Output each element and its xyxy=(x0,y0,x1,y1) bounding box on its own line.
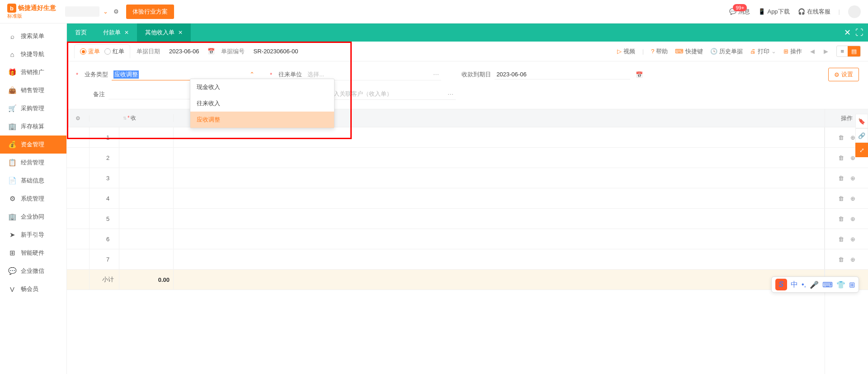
sidebar-item[interactable]: ⌕搜索菜单 xyxy=(0,27,66,45)
shortcut-button[interactable]: ⌨快捷键 xyxy=(675,47,703,56)
edge-expand-icon[interactable]: ⤢ xyxy=(855,143,868,157)
ime-lang[interactable]: 中 xyxy=(791,280,798,290)
add-icon[interactable]: ⊕ xyxy=(850,256,855,263)
table-row[interactable]: 4 xyxy=(67,188,825,209)
delete-icon[interactable]: 🗑 xyxy=(838,175,844,182)
org-caret-icon[interactable]: ⌄ xyxy=(103,8,108,15)
tab-label: 付款单 xyxy=(103,28,121,37)
app-download-button[interactable]: 📱 App下载 xyxy=(758,8,789,16)
cta-button[interactable]: 体验行业方案 xyxy=(126,5,174,19)
ime-logo-icon[interactable]: S xyxy=(775,279,787,290)
sidebar-item[interactable]: 📋经营管理 xyxy=(0,154,66,172)
sidebar-item[interactable]: ➤新手引导 xyxy=(0,226,66,244)
table-row[interactable]: 7 xyxy=(67,249,825,270)
view-list-icon[interactable]: ≡ xyxy=(837,46,848,56)
tab[interactable]: 首页 xyxy=(67,23,95,42)
tab-close-icon[interactable]: ✕ xyxy=(178,29,183,36)
edge-tag-icon[interactable]: 🔖 xyxy=(855,114,868,128)
more-icon[interactable]: ⋯ xyxy=(448,91,454,98)
doc-date-value[interactable]: 2023-06-06 xyxy=(169,48,199,55)
sidebar-item[interactable]: 👜销售管理 xyxy=(0,81,66,99)
edge-link-icon[interactable]: 🔗 xyxy=(855,128,868,143)
sidebar-item[interactable]: 💰资金管理 xyxy=(0,136,66,154)
tab[interactable]: 付款单✕ xyxy=(95,23,137,42)
add-icon[interactable]: ⊕ xyxy=(850,215,855,222)
ime-keyboard-icon[interactable]: ⌨ xyxy=(822,280,833,289)
add-icon[interactable]: ⊕ xyxy=(850,195,855,202)
tab-close-icon[interactable]: ✕ xyxy=(124,29,129,36)
sidebar-item[interactable]: 🛒采购管理 xyxy=(0,99,66,117)
sidebar-item[interactable]: 🏢库存核算 xyxy=(0,117,66,136)
table-row[interactable]: 3 xyxy=(67,168,825,188)
delete-icon[interactable]: 🗑 xyxy=(838,236,844,243)
due-date-input[interactable]: 2023-06-06 xyxy=(495,70,630,79)
chevron-up-icon: ⌃ xyxy=(250,71,255,78)
delete-icon[interactable]: 🗑 xyxy=(838,195,844,202)
sidebar-icon: ➤ xyxy=(8,231,16,239)
video-button[interactable]: ▷视频 xyxy=(617,47,635,56)
delete-icon[interactable]: 🗑 xyxy=(838,256,844,263)
sidebar-item[interactable]: 🏢企业协同 xyxy=(0,208,66,226)
avatar[interactable] xyxy=(848,5,861,18)
sidebar-icon: ⚙ xyxy=(8,195,16,203)
ops-row: 🗑⊕ xyxy=(825,168,868,188)
sidebar-item[interactable]: ⌂快捷导航 xyxy=(0,45,66,63)
sidebar-item[interactable]: ⚙系统管理 xyxy=(0,190,66,208)
sidebar-item[interactable]: V畅会员 xyxy=(0,280,66,298)
sidebar-icon: ⊞ xyxy=(8,249,16,257)
help-button[interactable]: ?帮助 xyxy=(651,47,668,56)
logo-icon: b xyxy=(7,4,16,13)
more-icon[interactable]: ⋯ xyxy=(433,71,439,78)
sidebar-item[interactable]: 📄基础信息 xyxy=(0,172,66,190)
rel-customer-input[interactable]: 请输入关联客户（收入单） ⋯ xyxy=(320,89,456,100)
ime-mic-icon[interactable]: 🎤 xyxy=(810,280,819,289)
table-row[interactable]: 6 xyxy=(67,229,825,249)
tabs-expand-icon[interactable]: ⛶ xyxy=(855,28,863,37)
sidebar-item[interactable]: 🎁营销推广 xyxy=(0,63,66,81)
delete-icon[interactable]: 🗑 xyxy=(838,215,844,222)
sidebar-item[interactable]: 💬企业微信 xyxy=(0,262,66,280)
table-settings-icon[interactable]: ⚙ xyxy=(67,115,90,122)
print-button[interactable]: 🖨打印⌄ xyxy=(750,47,776,56)
radio-blue[interactable]: 蓝单 xyxy=(80,47,100,56)
settings-gear-icon[interactable]: ⚙ xyxy=(113,8,119,15)
ime-menu-icon[interactable]: ⊞ xyxy=(849,280,855,289)
add-icon[interactable]: ⊕ xyxy=(850,134,855,141)
logo-subtitle: 标准版 xyxy=(7,13,56,19)
calendar-icon[interactable]: 📅 xyxy=(636,71,643,78)
table-row[interactable]: 1 xyxy=(67,127,825,148)
history-button[interactable]: 🕓历史单据 xyxy=(710,47,743,56)
ime-skin-icon[interactable]: 👕 xyxy=(836,280,845,289)
sidebar-label: 企业微信 xyxy=(21,267,44,275)
delete-icon[interactable]: 🗑 xyxy=(838,134,844,141)
logo: b 畅捷通好生意 标准版 xyxy=(7,4,56,19)
ime-toolbar: S 中 •, 🎤 ⌨ 👕 ⊞ xyxy=(771,276,859,293)
divider: | xyxy=(839,8,840,15)
dropdown-item[interactable]: 应收调整 xyxy=(190,112,334,128)
add-icon[interactable]: ⊕ xyxy=(850,175,855,182)
view-card-icon[interactable]: ▤ xyxy=(848,46,860,56)
sidebar-item[interactable]: ⊞智能硬件 xyxy=(0,244,66,262)
col-amount[interactable]: ⇅*收 xyxy=(119,114,174,122)
dropdown-item[interactable]: 现金收入 xyxy=(190,79,334,95)
org-selector[interactable] xyxy=(65,6,99,17)
ime-punct-icon[interactable]: •, xyxy=(802,280,806,289)
delete-icon[interactable]: 🗑 xyxy=(838,154,844,161)
ops-button[interactable]: ⊞操作 xyxy=(783,47,802,56)
tabs-close-all-icon[interactable]: ✕ xyxy=(844,28,851,37)
prev-doc-icon[interactable]: ◀ xyxy=(809,48,816,55)
customer-service-button[interactable]: 🎧 在线客服 xyxy=(798,8,830,16)
message-badge: 99+ xyxy=(733,4,747,11)
settings-button[interactable]: ⚙设置 xyxy=(828,68,859,81)
next-doc-icon[interactable]: ▶ xyxy=(823,48,829,55)
table-row[interactable]: 5 xyxy=(67,209,825,229)
table-row[interactable]: 2 xyxy=(67,148,825,168)
doc-toolbar: 蓝单 红单 单据日期 2023-06-06 📅 单据编号 SR-20230606… xyxy=(67,42,868,61)
dropdown-item[interactable]: 往来收入 xyxy=(190,95,334,112)
calendar-icon[interactable]: 📅 xyxy=(208,48,215,55)
add-icon[interactable]: ⊕ xyxy=(850,154,855,161)
add-icon[interactable]: ⊕ xyxy=(850,236,855,243)
tab[interactable]: 其他收入单✕ xyxy=(137,23,191,42)
messages-button[interactable]: 💬 消息 99+ xyxy=(729,8,750,16)
radio-red[interactable]: 红单 xyxy=(104,47,124,56)
